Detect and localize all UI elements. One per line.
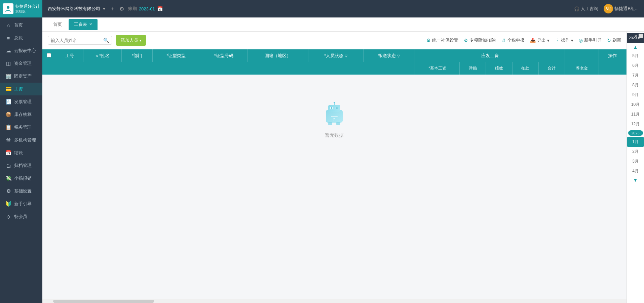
- panel-close-btn[interactable]: ✕: [634, 34, 638, 39]
- sidebar-item-ledger[interactable]: ≡ 总账: [0, 32, 42, 44]
- table-header-row: 工号 ⇅ *姓名 *部门 *证型类型: [42, 49, 627, 62]
- operations-btn[interactable]: ⋮ 操作 ▾: [555, 37, 573, 43]
- tab-bar: 首页 工资表 ✕: [42, 17, 644, 32]
- sidebar-item-salary[interactable]: 💳 工资: [0, 83, 42, 95]
- month-item-12[interactable]: 12月: [627, 119, 644, 129]
- add-person-btn[interactable]: 添加人员 ▾: [116, 35, 146, 46]
- month-item-9[interactable]: 9月: [627, 90, 644, 100]
- sidebar-item-close[interactable]: 📅 结账: [0, 146, 42, 159]
- toolbar-actions: ⚙ 统一社保设置 ⚙ 专项附加扣除 🖨 个税申报 📤: [426, 37, 621, 43]
- sidebar-item-multi-org[interactable]: 🏛 多机构管理: [0, 134, 42, 146]
- content-area: 首页 工资表 ✕ 🔍 添加人员 ▾: [42, 17, 644, 303]
- sidebar-item-guide[interactable]: 🔰 新手引导: [0, 198, 42, 210]
- sidebar-item-fixed-assets[interactable]: 🏢 固定资产: [0, 70, 42, 83]
- sidebar-item-fund[interactable]: ◫ 资金管理: [0, 57, 42, 70]
- month-item-2023-1[interactable]: 1月: [627, 137, 644, 147]
- add-company-btn[interactable]: ＋: [110, 5, 115, 12]
- checkbox-th: [42, 49, 56, 62]
- month-item-5[interactable]: 5月: [627, 51, 644, 61]
- sidebar-item-tax[interactable]: 📋 税务管理: [0, 121, 42, 134]
- svg-point-0: [7, 6, 9, 9]
- sidebar-logo: 畅捷通好会计 旗舰版: [0, 0, 42, 17]
- table-scrollbar[interactable]: [42, 299, 627, 303]
- sidebar-item-invoice[interactable]: 🧾 发票管理: [0, 95, 42, 108]
- tab-salary-sheet[interactable]: 工资表 ✕: [69, 19, 98, 30]
- refresh-icon: ↻: [607, 38, 611, 43]
- th-id-number: *证型号码: [200, 49, 248, 62]
- name-sort-icon[interactable]: ⇅: [96, 54, 98, 58]
- sidebar-item-expense[interactable]: 💸 小畅报销: [0, 172, 42, 185]
- sub-th-total: 合计: [538, 62, 565, 75]
- deduction-btn[interactable]: ⚙ 专项附加扣除: [464, 37, 496, 43]
- cloud-icon: ☁: [5, 48, 11, 54]
- month-item-7[interactable]: 7月: [627, 71, 644, 80]
- member-icon: ◇: [5, 214, 11, 220]
- archive-icon: 🗂: [5, 163, 11, 169]
- inventory-icon: 📦: [5, 112, 11, 118]
- tab-home[interactable]: 首页: [48, 19, 67, 30]
- empty-state: ? 暂无数据: [42, 75, 627, 165]
- scroll-up-btn[interactable]: ▲: [632, 43, 639, 51]
- table-body: ? 暂无数据: [42, 75, 627, 165]
- export-btn[interactable]: 📤 导出 ▾: [530, 37, 550, 43]
- scroll-down-btn[interactable]: ▼: [632, 176, 639, 184]
- sub-th-pension: 养老金: [565, 62, 599, 75]
- sidebar-item-member[interactable]: ◇ 畅会员: [0, 210, 42, 223]
- th-nationality: 国籍（地区）: [248, 49, 308, 62]
- scrollbar-thumb[interactable]: [53, 300, 154, 303]
- svg-text:?: ?: [333, 118, 335, 121]
- month-item-11[interactable]: 11月: [627, 110, 644, 119]
- th-number: 工号: [56, 49, 83, 62]
- main-content: 🔍 添加人员 ▾ ⚙ 统一社保设置 ⚙ 专项附加扣除: [42, 32, 627, 303]
- empty-text: 暂无数据: [325, 132, 344, 138]
- search-icon: 🔍: [103, 38, 109, 43]
- sidebar-item-home[interactable]: ⌂ 首页: [0, 19, 42, 32]
- company-dropdown-arrow: ▼: [102, 7, 106, 11]
- sidebar-item-settings[interactable]: ⚙ 基础设置: [0, 185, 42, 198]
- year-2023-label: 2023: [628, 130, 643, 136]
- empty-row: ? 暂无数据: [42, 75, 627, 165]
- sidebar-item-inventory[interactable]: 📦 库存核算: [0, 108, 42, 121]
- svg-point-8: [334, 102, 335, 103]
- th-report-status: 报送状态 ▽: [363, 49, 415, 62]
- user-profile[interactable]: B组 畅捷通B组...: [604, 4, 639, 13]
- search-input[interactable]: [51, 38, 101, 43]
- panel-maximize-btn[interactable]: ⬜: [638, 34, 643, 39]
- select-all-checkbox[interactable]: [47, 53, 51, 57]
- svg-rect-2: [328, 105, 340, 112]
- social-security-btn[interactable]: ⚙ 统一社保设置: [426, 37, 458, 43]
- right-panel-header: 2023.01 ✕ ⬜: [627, 33, 644, 43]
- salary-icon: 💳: [5, 86, 11, 92]
- status-filter-icon[interactable]: ▽: [345, 54, 347, 58]
- report-status-filter-icon[interactable]: ▽: [397, 54, 400, 58]
- operations-icon: ⋮: [555, 38, 560, 43]
- toolbar: 🔍 添加人员 ▾ ⚙ 统一社保设置 ⚙ 专项附加扣除: [42, 32, 627, 49]
- month-item-2023-4[interactable]: 4月: [627, 166, 644, 176]
- month-item-10[interactable]: 10月: [627, 100, 644, 110]
- period-edit-btn[interactable]: 📅: [157, 6, 163, 11]
- table-sub-header-row: *基本工资 津贴 绩效 扣款: [42, 62, 627, 75]
- home-icon: ⌂: [5, 23, 11, 28]
- company-name: 西安虾米网络科技有限公司: [48, 6, 100, 12]
- svg-rect-11: [336, 122, 340, 125]
- expense-icon: 💸: [5, 175, 11, 181]
- sidebar-item-archive[interactable]: 🗂 归档管理: [0, 159, 42, 172]
- topbar-right: 🎧 人工咨询 B组 畅捷通B组...: [574, 4, 639, 13]
- month-item-8[interactable]: 8月: [627, 80, 644, 90]
- main-area: 西安虾米网络科技有限公司 ▼ ＋ ⚙ 账期 2023-01 📅 🎧 人工咨询 B…: [42, 0, 644, 303]
- newbie-guide-btn[interactable]: ◎ 新手引导: [579, 37, 602, 43]
- company-settings-btn[interactable]: ⚙: [119, 6, 124, 12]
- fixed-assets-icon: 🏢: [5, 73, 11, 79]
- personal-tax-btn[interactable]: 🖨 个税申报: [501, 37, 525, 43]
- svg-point-6: [336, 107, 338, 109]
- tab-close-btn[interactable]: ✕: [89, 22, 92, 27]
- sidebar-item-cloud-report[interactable]: ☁ 云报表中心: [0, 44, 42, 57]
- company-selector[interactable]: 西安虾米网络科技有限公司 ▼: [48, 6, 106, 12]
- support-btn[interactable]: 🎧 人工咨询: [574, 6, 598, 12]
- month-item-2023-2[interactable]: 2月: [627, 147, 644, 157]
- month-item-6[interactable]: 6月: [627, 61, 644, 71]
- th-name: ⇅ *姓名: [83, 49, 122, 62]
- svg-rect-10: [328, 122, 332, 125]
- month-item-2023-3[interactable]: 3月: [627, 157, 644, 166]
- refresh-btn[interactable]: ↻ 刷新: [607, 37, 621, 43]
